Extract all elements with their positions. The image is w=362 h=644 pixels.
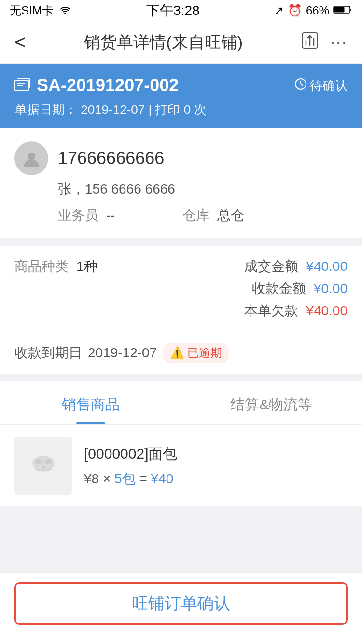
- wifi-icon: [58, 4, 72, 17]
- order-id: SA-20191207-002: [14, 75, 179, 96]
- svg-point-10: [45, 459, 52, 464]
- nav-bar: < 销货单详情(来自旺铺) ···: [0, 21, 362, 64]
- customer-meta: 业务员 -- 仓库 总仓: [58, 206, 348, 224]
- owed-amount: 本单欠款 ¥40.00: [244, 302, 348, 320]
- product-name: [0000002]面包: [84, 444, 348, 464]
- customer-phone: 17666666666: [58, 148, 164, 168]
- status-bar-right: ↗ ⏰ 66%: [274, 4, 352, 17]
- order-date-info: 单据日期： 2019-12-07 | 打印 0 次: [14, 101, 348, 118]
- battery-text: 66%: [306, 4, 329, 17]
- location-icon: ↗: [274, 4, 284, 17]
- product-details: [0000002]面包 ¥8 × 5包 = ¥40: [84, 444, 348, 488]
- total-amount: 成交金额 ¥40.00: [244, 257, 348, 276]
- svg-point-9: [35, 459, 42, 464]
- svg-point-7: [28, 153, 35, 160]
- customer-name: 张，156 6666 6666: [58, 180, 348, 198]
- staff-info: 业务员 --: [58, 206, 115, 224]
- status-bar-time: 下午3:28: [146, 1, 200, 20]
- received-amount: 收款金额 ¥0.00: [252, 280, 348, 298]
- share-button[interactable]: [301, 32, 319, 53]
- alarm-icon: ⏰: [288, 4, 302, 17]
- back-button[interactable]: <: [14, 31, 26, 53]
- product-kind: 商品种类 1种: [14, 257, 97, 276]
- summary-section: 商品种类 1种 成交金额 ¥40.00 收款金额 ¥0.00 本单欠款 ¥40.…: [0, 246, 362, 332]
- order-status: 待确认: [294, 77, 348, 94]
- product-thumbnail: [14, 437, 72, 495]
- warning-icon: ⚠️: [170, 346, 184, 360]
- overdue-badge: ⚠️ 已逾期: [163, 343, 229, 363]
- order-header: SA-20191207-002 待确认 单据日期： 2019-12-07 | 打…: [0, 64, 362, 128]
- nav-actions: ···: [301, 32, 348, 53]
- svg-point-11: [42, 466, 45, 469]
- clock-icon: [294, 78, 307, 94]
- order-icon: [14, 75, 32, 96]
- warehouse-info: 仓库 总仓: [182, 206, 244, 224]
- status-bar-left: 无SIM卡: [10, 3, 72, 18]
- more-button[interactable]: ···: [330, 32, 348, 53]
- customer-section: 17666666666 张，156 6666 6666 业务员 -- 仓库 总仓: [0, 128, 362, 238]
- amount-summary: 成交金额 ¥40.00 收款金额 ¥0.00 本单欠款 ¥40.00: [244, 257, 348, 320]
- carrier-text: 无SIM卡: [10, 3, 54, 18]
- product-list-item: [0000002]面包 ¥8 × 5包 = ¥40: [0, 425, 362, 506]
- battery-icon: [333, 4, 352, 17]
- tabs-section: 销售商品 结算&物流等 [0000002]面包 ¥8 × 5包 = ¥40: [0, 381, 362, 506]
- due-date-section: 收款到期日 2019-12-07 ⚠️ 已逾期: [0, 332, 362, 374]
- tab-products[interactable]: 销售商品: [0, 381, 181, 424]
- status-bar: 无SIM卡 下午3:28 ↗ ⏰ 66%: [0, 0, 362, 21]
- page-title: 销货单详情(来自旺铺): [84, 31, 243, 54]
- product-price: ¥8 × 5包 = ¥40: [84, 470, 348, 488]
- tab-settlement[interactable]: 结算&物流等: [181, 381, 362, 424]
- svg-rect-1: [334, 7, 345, 13]
- confirm-order-button[interactable]: 旺铺订单确认: [14, 582, 348, 625]
- confirm-button-container: 旺铺订单确认: [0, 572, 362, 644]
- tabs-header: 销售商品 结算&物流等: [0, 381, 362, 425]
- divider-1: [0, 238, 362, 246]
- avatar: [14, 141, 48, 175]
